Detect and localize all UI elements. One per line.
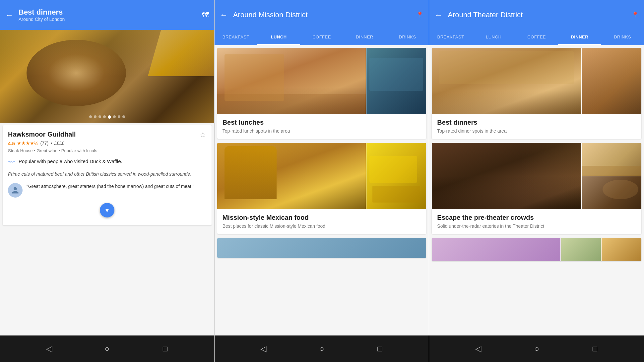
collection-desc-mexican: Best places for classic Mission-style Me… [223, 223, 421, 229]
rating-row: 4.5 ★★★★½ (77) • ££££ [8, 140, 206, 146]
theater-tab-dinner[interactable]: DINNER [558, 30, 601, 45]
back-button[interactable]: ← [5, 10, 13, 20]
review-count: (77) [40, 141, 48, 146]
dot-3[interactable] [98, 115, 101, 118]
theater-nav-recent-button[interactable]: □ [588, 342, 602, 355]
dot-7[interactable] [118, 115, 120, 118]
page-title: Best dinners [19, 8, 202, 17]
dot-2[interactable] [94, 115, 97, 118]
fries-overlay [148, 30, 214, 76]
collection-title-mexican: Mission-style Mexican food [223, 214, 421, 221]
collection-desc-escape: Solid under-the-radar eateries in the Th… [437, 223, 636, 229]
favorite-icon[interactable]: ☆ [200, 131, 206, 139]
lunch-image-main [217, 48, 366, 114]
nav-recent-button[interactable]: □ [159, 342, 172, 355]
dot-1[interactable] [89, 115, 92, 118]
panel-theater: ← Around Theater District 📍 BREAKFAST LU… [429, 0, 644, 362]
theater-pin-icon[interactable]: 📍 [631, 11, 639, 19]
bottom-navigation: ◁ ○ □ [0, 335, 214, 362]
star-icons: ★★★★½ [17, 140, 38, 146]
panel-london-header: ← Best dinners Around City of London 🗺 [0, 0, 214, 30]
theater-bottom-navigation: ◁ ○ □ [429, 335, 644, 362]
escape-image-main [432, 143, 581, 209]
hero-image [0, 30, 214, 123]
mission-nav-home-button[interactable]: ○ [315, 342, 328, 355]
insight-text: Popular with people who visited Duck & W… [19, 158, 122, 165]
restaurant-description: Prime cuts of matured beef and other Bri… [8, 171, 206, 178]
collection-images-mexican [217, 143, 426, 209]
mission-content: Best lunches Top-rated lunch spots in th… [215, 45, 429, 335]
collection-info-escape: Escape the pre-theater crowds Solid unde… [432, 209, 641, 234]
tags: Steak House • Great wine • Popular with … [8, 148, 206, 153]
tab-coffee[interactable]: COFFEE [300, 30, 343, 45]
lunch-image-side [366, 48, 426, 114]
dot-8[interactable] [122, 115, 125, 118]
reviewer-avatar [8, 183, 23, 198]
panel-mission: ← Around Mission District 📍 BREAKFAST LU… [215, 0, 429, 362]
dinner-image-main [432, 48, 581, 114]
theater-nav-back-button[interactable]: ◁ [472, 342, 485, 355]
dot-5[interactable] [108, 115, 111, 119]
insight-row: 〰 Popular with people who visited Duck &… [8, 158, 206, 166]
mexican-image-side [366, 143, 426, 209]
mission-bottom-navigation: ◁ ○ □ [215, 335, 429, 362]
expand-button[interactable]: ▾ [100, 203, 114, 217]
collection-desc-dinners: Top-rated dinner spots in the area [437, 128, 636, 134]
panel-theater-header: ← Around Theater District 📍 [429, 0, 644, 30]
collection-card-escape[interactable]: Escape the pre-theater crowds Solid unde… [432, 143, 641, 234]
collection-info-lunches: Best lunches Top-rated lunch spots in th… [217, 114, 426, 139]
price: ££££ [54, 141, 64, 146]
mission-nav-recent-button[interactable]: □ [373, 342, 387, 355]
food-photo [0, 30, 214, 123]
theater-title: Around Theater District [448, 11, 629, 19]
dot-6[interactable] [113, 115, 116, 118]
mission-tab-bar: BREAKFAST LUNCH COFFEE DINNER DRINKS [215, 30, 429, 45]
theater-tab-bar: BREAKFAST LUNCH COFFEE DINNER DRINKS [429, 30, 644, 45]
theater-tab-drinks[interactable]: DRINKS [601, 30, 644, 45]
panel-mission-header: ← Around Mission District 📍 [215, 0, 429, 30]
collection-title-escape: Escape the pre-theater crowds [437, 214, 636, 221]
escape-image-stack [582, 143, 641, 209]
map-icon[interactable]: 🗺 [202, 11, 209, 19]
mission-pin-icon[interactable]: 📍 [416, 11, 423, 19]
collection-card-mexican[interactable]: Mission-style Mexican food Best places f… [217, 143, 426, 234]
collection-info-mexican: Mission-style Mexican food Best places f… [217, 209, 426, 234]
collection-card-theater-extra[interactable] [432, 238, 641, 261]
page-subtitle: Around City of London [19, 17, 202, 22]
image-dots [89, 115, 125, 119]
collection-info-dinners: Best dinners Top-rated dinner spots in t… [432, 114, 641, 139]
mexican-image-main [217, 143, 366, 209]
collection-desc-lunches: Top-rated lunch spots in the area [223, 128, 421, 134]
theater-back-button[interactable]: ← [434, 10, 442, 20]
nav-back-button[interactable]: ◁ [42, 342, 56, 355]
dinner-image-side [582, 48, 641, 114]
panel-london: ← Best dinners Around City of London 🗺 [0, 0, 215, 362]
nav-home-button[interactable]: ○ [100, 342, 114, 355]
theater-tab-lunch[interactable]: LUNCH [472, 30, 515, 45]
mission-nav-back-button[interactable]: ◁ [257, 342, 270, 355]
tab-dinner[interactable]: DINNER [343, 30, 386, 45]
dot-4[interactable] [103, 115, 106, 118]
collection-images-dinners [432, 48, 641, 114]
tab-breakfast[interactable]: BREAKFAST [215, 30, 257, 45]
collection-images-lunches [217, 48, 426, 114]
review-row: "Great atmosphere, great starters (had t… [8, 183, 206, 198]
mission-title: Around Mission District [233, 11, 415, 19]
restaurant-name: Hawksmoor Guildhall [8, 131, 76, 138]
collection-card-extra[interactable] [217, 238, 426, 258]
tab-lunch[interactable]: LUNCH [257, 30, 300, 45]
rating-number: 4.5 [8, 141, 15, 146]
theater-tab-breakfast[interactable]: BREAKFAST [429, 30, 472, 45]
trend-icon: 〰 [8, 158, 15, 166]
collection-images-escape [432, 143, 641, 209]
mission-back-button[interactable]: ← [220, 10, 228, 20]
tab-drinks[interactable]: DRINKS [386, 30, 429, 45]
theater-tab-coffee[interactable]: COFFEE [515, 30, 558, 45]
restaurant-card: Hawksmoor Guildhall ☆ 4.5 ★★★★½ (77) • £… [3, 125, 212, 225]
collection-card-dinners[interactable]: Best dinners Top-rated dinner spots in t… [432, 48, 641, 139]
theater-nav-home-button[interactable]: ○ [530, 342, 543, 355]
title-block: Best dinners Around City of London [19, 8, 202, 22]
theater-content: Best dinners Top-rated dinner spots in t… [429, 45, 644, 335]
collection-card-lunches[interactable]: Best lunches Top-rated lunch spots in th… [217, 48, 426, 139]
collection-title-lunches: Best lunches [223, 119, 421, 126]
